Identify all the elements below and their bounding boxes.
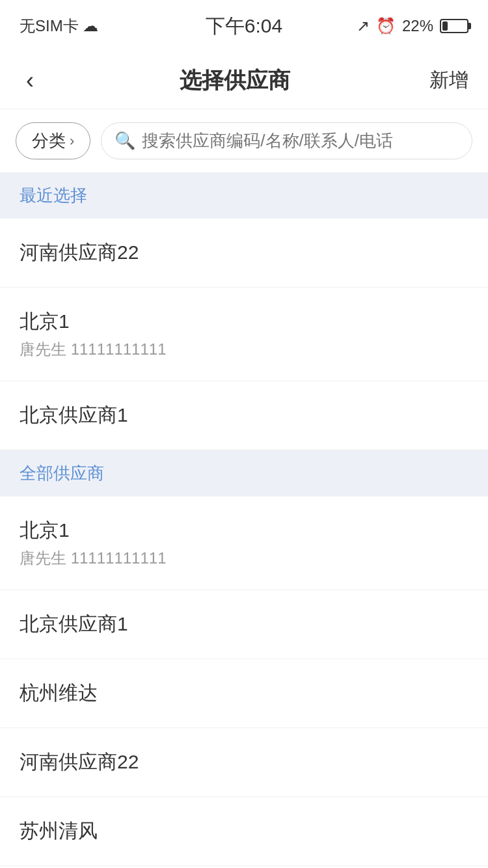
status-left: 无SIM卡 ☁: [20, 16, 98, 36]
item-sub: 唐先生 11111111111: [20, 548, 468, 569]
list-item[interactable]: 苏州清风: [0, 797, 488, 866]
all-section-label: 全部供应商: [20, 463, 104, 483]
item-name: 河南供应商22: [20, 239, 468, 266]
list-item[interactable]: 北京1 唐先生 11111111111: [0, 288, 488, 381]
list-item[interactable]: 北京供应商1: [0, 381, 488, 450]
add-button[interactable]: 新增: [429, 67, 468, 94]
all-section-header: 全部供应商: [0, 450, 488, 496]
search-area: 分类 › 🔍: [0, 109, 488, 172]
status-right: ↗ ⏰ 22%: [357, 17, 468, 35]
search-input[interactable]: [142, 131, 459, 151]
item-name: 北京1: [20, 308, 468, 335]
list-item[interactable]: 河南供应商22: [0, 728, 488, 797]
status-bar: 无SIM卡 ☁ 下午6:04 ↗ ⏰ 22%: [0, 0, 488, 52]
search-icon: 🔍: [115, 131, 135, 151]
all-items-list: 北京1 唐先生 11111111111 北京供应商1 杭州维达 河南供应商22 …: [0, 496, 488, 866]
chevron-right-icon: ›: [70, 133, 74, 150]
page-title: 选择供应商: [180, 66, 290, 96]
battery-percent: 22%: [402, 17, 433, 35]
recent-section-label: 最近选择: [20, 185, 87, 205]
item-name: 北京供应商1: [20, 611, 468, 638]
location-icon: ↗: [357, 17, 370, 35]
category-button[interactable]: 分类 ›: [16, 122, 90, 159]
alarm-icon: ⏰: [376, 17, 396, 35]
list-item[interactable]: 杭州维达: [0, 659, 488, 728]
item-name: 北京1: [20, 517, 468, 544]
item-name: 杭州维达: [20, 680, 468, 707]
list-item[interactable]: 北京供应商1: [0, 590, 488, 659]
item-name: 苏州清风: [20, 818, 468, 845]
recent-section-header: 最近选择: [0, 172, 488, 219]
recent-items-list: 河南供应商22 北京1 唐先生 11111111111 北京供应商1: [0, 219, 488, 450]
list-item[interactable]: 北京1 唐先生 11111111111: [0, 496, 488, 590]
list-item[interactable]: 河南供应商22: [0, 219, 488, 288]
back-button[interactable]: ‹: [20, 61, 40, 101]
battery-icon: [440, 19, 468, 33]
search-box[interactable]: 🔍: [101, 122, 472, 159]
category-label: 分类: [32, 129, 66, 152]
status-time: 下午6:04: [206, 13, 282, 40]
sim-status: 无SIM卡 ☁: [20, 16, 98, 36]
item-name: 河南供应商22: [20, 749, 468, 776]
nav-bar: ‹ 选择供应商 新增: [0, 52, 488, 109]
item-sub: 唐先生 11111111111: [20, 339, 468, 360]
item-name: 北京供应商1: [20, 402, 468, 429]
